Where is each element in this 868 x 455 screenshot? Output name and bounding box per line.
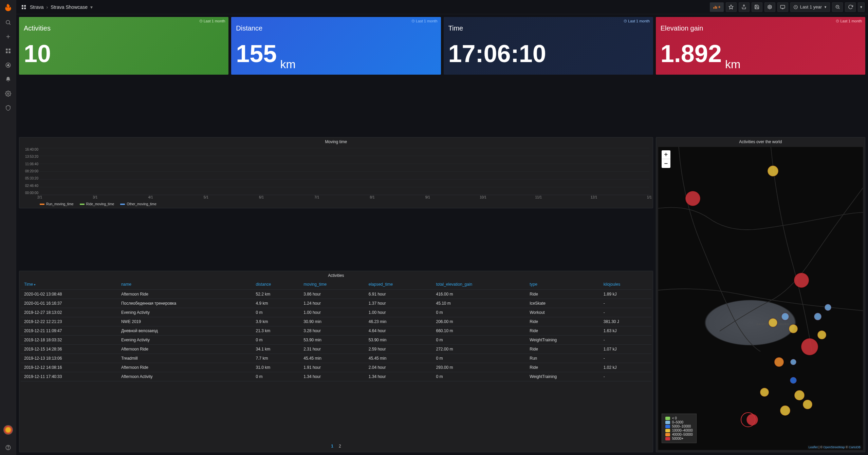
stat-label: Activities xyxy=(19,17,228,32)
map-zoom-in-button[interactable]: + xyxy=(662,150,670,159)
table-row[interactable]: 2019-12-21 11:09:47Дневной велозаезд21.3… xyxy=(21,326,651,336)
legend-item[interactable]: Other_moving_time xyxy=(120,202,156,206)
page-link[interactable]: 1 xyxy=(331,444,333,449)
table-header[interactable]: Time xyxy=(21,279,118,290)
zoom-out-button[interactable] xyxy=(832,2,843,12)
panel-title: Moving time xyxy=(19,137,653,146)
svg-marker-20 xyxy=(729,5,734,9)
stat-activities[interactable]: Last 1 month Activities 10 xyxy=(19,17,228,75)
stat-elevation[interactable]: Last 1 month Elevation gain 1.892km xyxy=(656,17,865,75)
map-canvas[interactable]: SAINT PETERSBURG + − < 00–50005000–10000… xyxy=(658,147,863,450)
moving-time-panel[interactable]: Moving time 16:40:0013:53:2011:06:4008:2… xyxy=(19,137,653,208)
svg-point-22 xyxy=(769,6,771,8)
carto-link[interactable]: CartoDB xyxy=(849,445,861,449)
grafana-logo[interactable] xyxy=(3,3,13,12)
svg-rect-16 xyxy=(24,7,26,9)
map-zoom-out-button[interactable]: − xyxy=(662,159,670,168)
map-activity-dot[interactable] xyxy=(803,400,812,409)
table-row[interactable]: 2019-12-13 18:13:06Treadmill7.7 km45.45 … xyxy=(21,354,651,363)
share-button[interactable] xyxy=(739,2,750,12)
table-row[interactable]: 2019-12-11 17:40:33Afternoon Activity0 m… xyxy=(21,372,651,381)
map-activity-dot[interactable] xyxy=(790,359,796,365)
cycle-view-button[interactable] xyxy=(777,2,788,12)
dashboards-icon[interactable] xyxy=(4,47,12,55)
add-panel-button[interactable]: + xyxy=(710,2,724,12)
save-button[interactable] xyxy=(752,2,762,12)
stat-unit: km xyxy=(280,58,295,75)
dashboards-nav-icon[interactable] xyxy=(20,3,28,11)
svg-rect-19 xyxy=(716,6,717,8)
table-row[interactable]: 2019-12-18 18:03:32Evening Activity0 m53… xyxy=(21,336,651,345)
stat-range-link[interactable]: Last 1 month xyxy=(199,19,225,23)
map-activity-dot[interactable] xyxy=(768,166,778,176)
chevron-down-icon[interactable]: ▾ xyxy=(90,4,93,10)
svg-rect-17 xyxy=(714,7,714,9)
svg-point-10 xyxy=(7,93,9,95)
settings-button[interactable] xyxy=(764,2,775,12)
chart-y-axis: 16:40:0013:53:2011:06:4008:20:0005:33:20… xyxy=(21,147,40,201)
chevron-down-icon: ▼ xyxy=(860,5,863,9)
table-row[interactable]: 2019-12-12 14:08:16Afternoon Ride31.0 km… xyxy=(21,363,651,372)
star-button[interactable] xyxy=(726,2,737,12)
stat-time[interactable]: Last 1 month Time 17:06:10 xyxy=(444,17,653,75)
map-activity-dot[interactable] xyxy=(790,377,797,384)
table-header[interactable]: moving_time xyxy=(300,279,365,290)
map-activity-dot[interactable] xyxy=(780,405,790,416)
map-activity-dot[interactable] xyxy=(781,313,789,320)
refresh-button[interactable] xyxy=(845,2,856,12)
svg-rect-18 xyxy=(715,6,716,8)
leaflet-link[interactable]: Leaflet xyxy=(809,445,818,449)
table-row[interactable]: 2019-12-15 14:28:36Afternoon Ride34.1 km… xyxy=(21,345,651,354)
svg-rect-23 xyxy=(781,5,785,8)
plus-icon[interactable] xyxy=(4,33,12,41)
breadcrumb: Strava › Strava Showcase ▾ xyxy=(30,4,93,10)
breadcrumb-title[interactable]: Strava Showcase xyxy=(51,4,88,10)
refresh-interval-button[interactable]: ▼ xyxy=(858,2,865,12)
osm-link[interactable]: OpenStreetMap xyxy=(823,445,845,449)
search-icon[interactable] xyxy=(4,18,12,26)
map-activity-dot[interactable] xyxy=(741,412,756,427)
map-activity-dot[interactable] xyxy=(789,324,798,333)
svg-marker-9 xyxy=(7,64,9,66)
svg-point-12 xyxy=(8,449,8,449)
table-header[interactable]: elapsed_time xyxy=(365,279,433,290)
stat-range-link[interactable]: Last 1 month xyxy=(836,19,862,23)
table-header[interactable]: total_elevation_gain xyxy=(432,279,526,290)
stat-distance[interactable]: Last 1 month Distance 155km xyxy=(231,17,441,75)
help-icon[interactable] xyxy=(4,443,12,452)
stat-range-link[interactable]: Last 1 month xyxy=(624,19,650,23)
breadcrumb-root[interactable]: Strava xyxy=(30,4,43,10)
table-row[interactable]: 2019-12-27 18:13:02Evening Activity0 m1.… xyxy=(21,308,651,317)
map-legend: < 00–50005000–1000010000–4000040000–5000… xyxy=(662,414,697,443)
explore-icon[interactable] xyxy=(4,61,12,69)
map-activity-dot[interactable] xyxy=(774,357,784,367)
panel-title: Activities over the world xyxy=(656,137,865,146)
table-header[interactable]: type xyxy=(526,279,600,290)
table-row[interactable]: 2019-12-22 12:21:23NWE 20193.9 km30.90 m… xyxy=(21,317,651,326)
page-link[interactable]: 2 xyxy=(339,444,341,449)
alerting-icon[interactable] xyxy=(4,75,12,83)
table-row[interactable]: 2020-01-01 16:16:37Послеобеденная тренир… xyxy=(21,299,651,308)
svg-rect-7 xyxy=(9,52,11,53)
map-activity-dot[interactable] xyxy=(685,191,700,206)
server-admin-icon[interactable] xyxy=(4,104,12,112)
time-picker-button[interactable]: Last 1 year ▼ xyxy=(790,2,830,12)
stat-value: 155 xyxy=(236,41,277,66)
table-header[interactable]: distance xyxy=(252,279,300,290)
configuration-icon[interactable] xyxy=(4,90,12,98)
map-activity-dot[interactable] xyxy=(769,318,777,327)
user-avatar[interactable] xyxy=(3,425,13,435)
map-activity-dot[interactable] xyxy=(817,330,826,339)
table-row[interactable]: 2020-01-02 13:08:48Afternoon Ride52.2 km… xyxy=(21,290,651,299)
chevron-down-icon: ▼ xyxy=(824,5,827,9)
map-activity-dot[interactable] xyxy=(794,273,809,288)
table-header[interactable]: name xyxy=(118,279,253,290)
map-panel[interactable]: Activities over the world SAINT PETERSBU… xyxy=(656,137,865,452)
legend-item[interactable]: Ride_moving_time xyxy=(80,202,114,206)
stat-range-link[interactable]: Last 1 month xyxy=(411,19,438,23)
table-header[interactable]: kilojoules xyxy=(600,279,651,290)
chart-plot-area[interactable]: 2/13/14/15/16/17/18/19/110/111/112/11/1 xyxy=(40,147,649,201)
legend-item[interactable]: Run_moving_time xyxy=(40,202,74,206)
activities-table-panel[interactable]: Activities Timenamedistancemoving_timeel… xyxy=(19,271,653,452)
svg-line-1 xyxy=(9,23,10,24)
